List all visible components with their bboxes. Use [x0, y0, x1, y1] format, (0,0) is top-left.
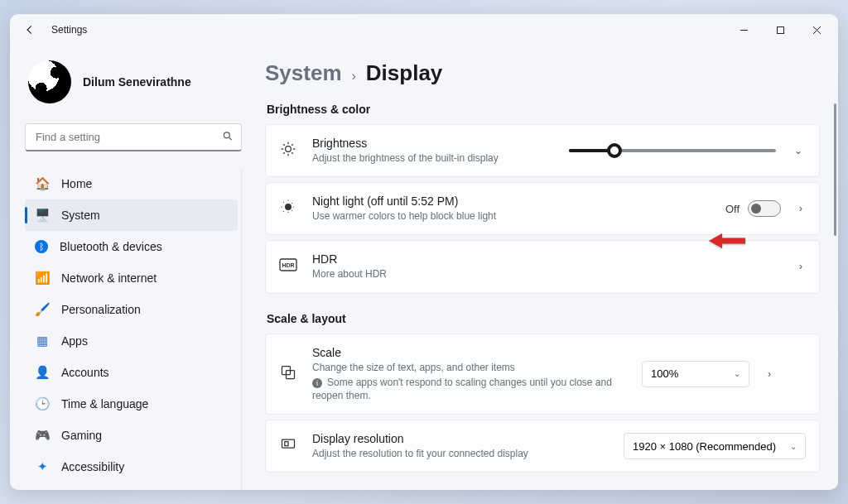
bluetooth-icon: ᛒ — [35, 240, 48, 253]
svg-line-19 — [292, 210, 293, 212]
sidebar-item-system[interactable]: 🖥️ System — [25, 199, 238, 231]
sidebar-item-accessibility[interactable]: ✦ Accessibility — [25, 451, 238, 482]
svg-line-21 — [292, 202, 293, 204]
sidebar-item-personalization[interactable]: 🖌️ Personalization — [25, 294, 238, 325]
scale-icon — [279, 364, 297, 384]
maximize-button[interactable] — [762, 17, 798, 42]
close-button[interactable] — [798, 17, 835, 42]
chevron-down-icon: ⌄ — [790, 442, 797, 451]
brush-icon: 🖌️ — [35, 302, 50, 317]
scale-desc: Change the size of text, apps, and other… — [312, 361, 627, 374]
sun-icon — [279, 141, 297, 161]
system-icon: 🖥️ — [35, 208, 50, 223]
night-light-toggle-group: Off — [725, 200, 781, 217]
nav-list: 🏠 Home 🖥️ System ᛒ Bluetooth & devices 📶… — [25, 168, 242, 490]
scale-title: Scale — [312, 346, 627, 359]
svg-rect-27 — [285, 442, 288, 446]
brightness-desc: Adjust the brightness of the built-in di… — [312, 151, 554, 165]
brightness-card[interactable]: Brightness Adjust the brightness of the … — [265, 124, 820, 177]
sidebar-item-label: Home — [61, 177, 92, 190]
scale-value: 100% — [651, 367, 678, 380]
brightness-slider[interactable] — [569, 142, 776, 159]
home-icon: 🏠 — [35, 176, 50, 191]
night-light-title: Night light (off until 5:52 PM) — [312, 194, 711, 208]
apps-icon: ▦ — [35, 334, 50, 348]
resolution-value: 1920 × 1080 (Recommended) — [633, 440, 776, 453]
resolution-select[interactable]: 1920 × 1080 (Recommended) ⌄ — [624, 433, 806, 459]
avatar — [28, 60, 71, 103]
scale-select[interactable]: 100% ⌄ — [642, 361, 749, 387]
chevron-down-icon[interactable]: ⌄ — [791, 145, 806, 156]
svg-line-9 — [283, 144, 285, 146]
chevron-down-icon: ⌄ — [734, 369, 740, 378]
scale-card[interactable]: Scale Change the size of text, apps, and… — [265, 334, 820, 415]
toggle-state-label: Off — [725, 203, 740, 215]
chevron-right-icon: › — [796, 261, 806, 272]
resolution-title: Display resolution — [312, 432, 609, 445]
accessibility-icon: ✦ — [35, 459, 50, 474]
svg-text:HDR: HDR — [282, 262, 294, 268]
profile[interactable]: Dilum Senevirathne — [25, 60, 242, 103]
sidebar-item-label: Personalization — [61, 303, 141, 316]
chevron-right-icon: › — [352, 69, 356, 84]
night-light-desc: Use warmer colors to help block blue lig… — [312, 209, 711, 223]
svg-point-4 — [286, 146, 292, 152]
hdr-icon: HDR — [279, 258, 297, 275]
breadcrumb-current: Display — [366, 60, 443, 86]
chevron-right-icon: › — [764, 368, 774, 380]
svg-line-11 — [283, 152, 285, 154]
sidebar-item-network[interactable]: 📶 Network & internet — [25, 262, 238, 294]
section-scale-layout: Scale & layout — [267, 312, 820, 325]
hdr-card[interactable]: HDR HDR More about HDR › — [265, 240, 820, 293]
night-light-card[interactable]: Night light (off until 5:52 PM) Use warm… — [265, 182, 820, 235]
sidebar-item-label: System — [61, 209, 100, 222]
search-icon — [222, 131, 234, 145]
slider-thumb[interactable] — [607, 143, 622, 158]
breadcrumb: System › Display — [265, 60, 820, 86]
sidebar-item-bluetooth[interactable]: ᛒ Bluetooth & devices — [25, 231, 238, 262]
scale-warning: iSome apps won't respond to scaling chan… — [312, 376, 627, 402]
resolution-desc: Adjust the resolution to fit your connec… — [312, 447, 609, 460]
wifi-icon: 📶 — [35, 271, 50, 286]
svg-rect-1 — [777, 26, 783, 33]
breadcrumb-parent[interactable]: System — [265, 60, 342, 86]
sidebar-item-accounts[interactable]: 👤 Accounts — [25, 357, 238, 388]
search-input[interactable] — [25, 123, 242, 151]
sidebar-item-home[interactable]: 🏠 Home — [25, 168, 238, 199]
brightness-title: Brightness — [312, 137, 554, 150]
resolution-icon — [279, 436, 297, 456]
sidebar-item-label: Gaming — [61, 429, 102, 442]
section-brightness-color: Brightness & color — [267, 103, 820, 116]
svg-point-13 — [286, 204, 292, 210]
clock-icon: 🕒 — [35, 396, 50, 411]
sidebar-item-time[interactable]: 🕒 Time & language — [25, 388, 238, 420]
user-name: Dilum Senevirathne — [83, 75, 191, 89]
search-field — [25, 123, 242, 151]
sidebar: Dilum Senevirathne 🏠 Home 🖥️ System ᛒ — [10, 46, 247, 490]
titlebar: Settings — [10, 14, 838, 46]
app-title: Settings — [51, 24, 87, 36]
accounts-icon: 👤 — [35, 365, 50, 380]
info-icon: i — [312, 378, 322, 388]
back-button[interactable] — [18, 18, 41, 41]
gaming-icon: 🎮 — [35, 428, 50, 443]
chevron-right-icon: › — [796, 203, 806, 214]
svg-line-18 — [283, 202, 285, 204]
sidebar-item-apps[interactable]: ▦ Apps — [25, 325, 238, 357]
night-light-icon — [279, 199, 297, 218]
hdr-title: HDR — [312, 252, 781, 266]
night-light-toggle[interactable] — [748, 200, 781, 217]
sidebar-item-label: Time & language — [61, 397, 148, 410]
svg-line-3 — [229, 137, 232, 140]
settings-window: Settings Dilum Senevirathne — [10, 14, 838, 490]
minimize-button[interactable] — [725, 17, 762, 42]
sidebar-item-label: Accounts — [61, 366, 109, 379]
resolution-card[interactable]: Display resolution Adjust the resolution… — [265, 420, 820, 473]
sidebar-item-label: Accessibility — [61, 460, 124, 473]
sidebar-item-gaming[interactable]: 🎮 Gaming — [25, 420, 238, 451]
svg-line-20 — [283, 210, 285, 212]
content-area: System › Display Brightness & color Brig… — [247, 46, 838, 490]
window-controls — [725, 17, 835, 42]
sidebar-item-label: Network & internet — [61, 271, 157, 285]
sidebar-item-label: Bluetooth & devices — [60, 240, 162, 253]
